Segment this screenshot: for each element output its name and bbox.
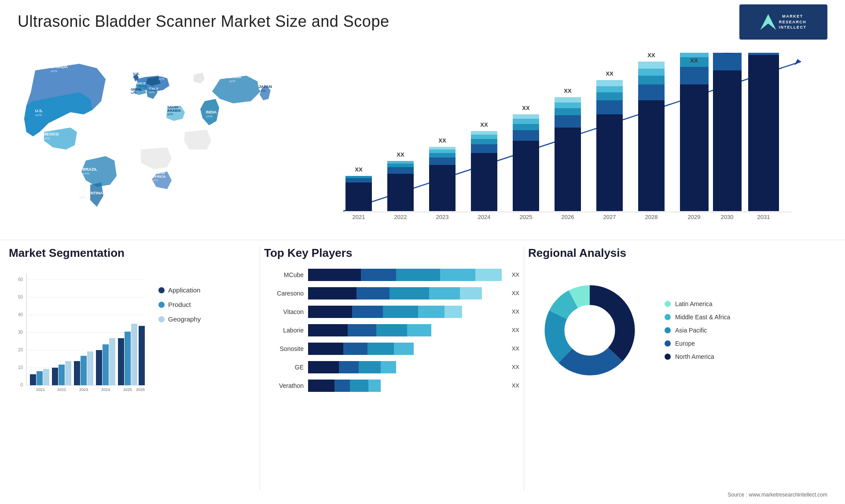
svg-rect-97 [748, 55, 779, 211]
svg-text:2023: 2023 [436, 214, 449, 220]
svg-rect-82 [638, 76, 665, 84]
regional-title: Regional Analysis [528, 246, 836, 260]
regional-donut-chart [528, 269, 651, 392]
svg-rect-84 [638, 62, 665, 69]
legend-item-north-america: North America [665, 353, 730, 360]
player-value-sonosite: XX [512, 343, 519, 355]
svg-text:xx%: xx% [83, 172, 89, 175]
player-value-verathon: XX [512, 380, 519, 392]
horizontal-divider [0, 240, 845, 240]
legend-dot-application [158, 287, 165, 293]
svg-rect-75 [596, 92, 623, 100]
svg-text:2029: 2029 [688, 214, 701, 220]
player-name-caresono: Caresono [264, 290, 304, 297]
bar-seg-teal-vitacon [418, 306, 445, 318]
bar-seg-teal-ge [381, 361, 396, 373]
svg-rect-120 [30, 374, 36, 385]
legend-color-middle-east-africa [665, 314, 671, 320]
bar-seg-mid-verathon [334, 380, 350, 392]
bar-seg-blue-laborie [376, 324, 407, 336]
svg-text:2025: 2025 [123, 387, 132, 392]
legend-label-geography: Geography [168, 315, 201, 323]
svg-text:JAPAN: JAPAN [259, 84, 272, 89]
svg-text:xx%: xx% [229, 79, 235, 83]
legend-dot-product [158, 302, 165, 308]
player-value-laborie: XX [512, 324, 519, 336]
svg-text:XX: XX [760, 53, 768, 53]
bar-seg-light-caresono [460, 287, 482, 299]
player-name-laborie: Laborie [264, 327, 304, 334]
player-value-mcube: XX [512, 269, 519, 281]
svg-text:CHINA: CHINA [229, 75, 242, 79]
svg-rect-52 [471, 153, 497, 211]
svg-rect-41 [387, 164, 414, 167]
bar-seg-mid-laborie [348, 324, 376, 336]
svg-text:2024: 2024 [101, 387, 110, 392]
bar-seg-mid-caresono [356, 287, 389, 299]
svg-rect-61 [513, 124, 539, 130]
legend-item-asia-pacific: Asia Pacific [665, 327, 730, 334]
svg-rect-77 [596, 80, 623, 86]
svg-text:xx%: xx% [133, 76, 139, 79]
svg-rect-55 [471, 135, 497, 139]
logo: MARKET RESEARCH INTELLECT [739, 4, 827, 40]
bar-seg-blue-mcube [396, 269, 440, 281]
svg-text:40: 40 [18, 312, 23, 317]
player-row-vitacon: Vitacon XX [264, 306, 519, 318]
svg-text:XX: XX [690, 57, 698, 64]
key-players-section: Top Key Players MCube XX Caresono XX Vit… [264, 246, 519, 488]
svg-text:BRAZIL: BRAZIL [83, 167, 97, 172]
svg-rect-133 [103, 344, 109, 385]
svg-text:30: 30 [18, 330, 23, 335]
svg-text:xx%: xx% [79, 195, 86, 199]
svg-rect-54 [471, 139, 497, 144]
player-name-ge: GE [264, 364, 304, 371]
svg-rect-45 [429, 165, 456, 211]
player-name-vitacon: Vitacon [264, 308, 304, 315]
player-value-vitacon: XX [512, 306, 519, 318]
svg-text:xx%: xx% [131, 91, 136, 95]
svg-marker-33 [794, 59, 801, 65]
legend-dot-geography [158, 316, 165, 322]
svg-text:2025: 2025 [520, 214, 533, 220]
svg-text:AFRICA: AFRICA [152, 175, 165, 179]
bar-seg-dark-verathon [308, 380, 334, 392]
svg-text:INDIA: INDIA [206, 110, 217, 114]
player-row-mcube: MCube XX [264, 269, 519, 281]
bar-seg-dark-mcube [308, 269, 361, 281]
svg-text:2027: 2027 [603, 214, 616, 220]
vertical-divider-1 [260, 246, 260, 491]
svg-text:xx%: xx% [43, 136, 50, 140]
svg-text:XX: XX [564, 88, 572, 94]
svg-rect-76 [596, 86, 623, 92]
bar-seg-dark-laborie [308, 324, 348, 336]
svg-rect-35 [345, 178, 372, 183]
svg-text:2031: 2031 [757, 214, 770, 220]
legend-item-middle-east-africa: Middle East & Africa [665, 314, 730, 321]
svg-text:XX: XX [480, 121, 488, 128]
svg-rect-39 [387, 174, 414, 211]
svg-rect-136 [118, 338, 124, 385]
segmentation-section: Market Segmentation 0 10 20 30 40 50 60 [9, 246, 255, 488]
player-bar-caresono [308, 287, 505, 299]
svg-rect-74 [596, 100, 623, 114]
map-section: CANADA xx% U.S. xx% MEXICO xx% BRAZIL xx… [9, 44, 299, 233]
player-name-verathon: Verathon [264, 382, 304, 389]
bar-seg-teal-sonosite [394, 343, 414, 355]
svg-rect-42 [387, 161, 414, 164]
svg-text:50: 50 [18, 295, 23, 299]
svg-text:XX: XX [647, 53, 655, 58]
legend-label-latin-america: Latin America [675, 300, 713, 307]
svg-text:10: 10 [18, 365, 23, 370]
regional-legend: Latin America Middle East & Africa Asia … [665, 300, 730, 360]
svg-rect-121 [37, 371, 43, 385]
key-players-title: Top Key Players [264, 246, 519, 260]
svg-text:60: 60 [18, 277, 23, 282]
svg-text:ARGENTINA: ARGENTINA [79, 191, 103, 195]
svg-text:2022: 2022 [57, 387, 66, 392]
svg-rect-81 [638, 84, 665, 100]
svg-rect-69 [555, 102, 581, 108]
legend-item-latin-america: Latin America [665, 300, 730, 307]
svg-text:2022: 2022 [394, 214, 407, 220]
bar-seg-teal-verathon [368, 380, 381, 392]
